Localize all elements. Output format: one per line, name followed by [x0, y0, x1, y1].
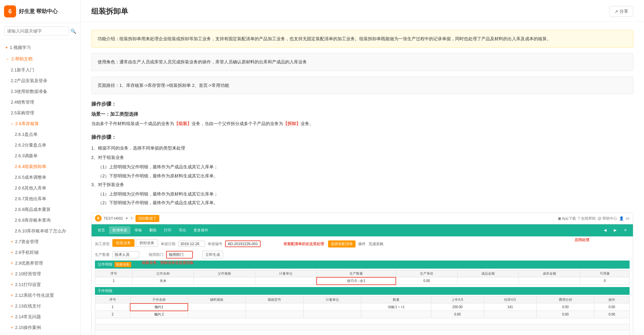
sidebar-item-2.6.8[interactable]: 2.6.8商品成本重算 [0, 204, 80, 215]
page-header: 组装拆卸单 ↗ 分享 [80, 0, 644, 22]
mock-user-icon: 👤 [619, 216, 624, 221]
sidebar-sub-label: 2.9优惠券管理 [15, 260, 43, 266]
mock-qty-label: 生产数量 [95, 252, 110, 257]
mock-apps-label: ▣ App下载 [558, 216, 576, 221]
mock-nav-print[interactable]: 打印 [161, 226, 175, 234]
mock-btn-new[interactable]: 找到数据了 [136, 215, 159, 222]
mock-order-label: 单据编号 [208, 241, 222, 246]
sidebar-item-2.8[interactable]: + 2.8手机旺铺 [0, 247, 80, 258]
sidebar-item-2.14[interactable]: + 2.14常见问题 [0, 312, 80, 322]
sidebar-item-2.6.6[interactable]: 2.6.6其他入库单 [0, 183, 80, 193]
mock-th-qty: 生产数量 [317, 270, 396, 277]
sidebar-item-2.9[interactable]: + 2.9优惠券管理 [0, 258, 80, 269]
sidebar-item-2.6.3[interactable]: 2.6.3调拨单 [0, 151, 80, 161]
sidebar-sub-label: 2.6.10库存账本错了怎么办 [15, 228, 66, 234]
sidebar-sub-label: 2.3使用前数据准备 [11, 89, 47, 95]
logo-text: 好生意 帮助中心 [19, 8, 58, 15]
mock-btd-stock: 141 [484, 303, 536, 311]
sidebar-item-2.3[interactable]: 2.3使用前数据准备 [0, 86, 80, 97]
mock-nav-new[interactable]: 新增单据 [109, 226, 130, 234]
sidebar-sub-label: 2.1新手入门 [11, 67, 34, 73]
mock-nav-delete[interactable]: 删除 [146, 226, 160, 234]
mock-td-cost-amt [519, 277, 580, 285]
mock-table-bottom: 序号 子件名称 辅料规格 规格型号 计量单位 数量 上年4月 结库4月 费用分担 [95, 296, 630, 335]
mock-nav-prev[interactable]: ◀ [600, 227, 610, 234]
sidebar-item-2.12[interactable]: + 2.12系统个性化设置 [0, 290, 80, 301]
mock-nav-more[interactable]: 更多操作 [190, 226, 212, 234]
search-button[interactable]: 🔍 [70, 29, 76, 34]
sidebar-item-2.6.5[interactable]: 2.6.5成本调整单 [0, 172, 80, 183]
mock-th-cost-amt: 成本金额 [519, 270, 580, 277]
mock-btd-cost-share2: 0.00 [537, 311, 594, 318]
sidebar-item-2.6[interactable]: − 2.6库存核算 [0, 118, 80, 129]
mock-app-id: TEST-H002 [104, 216, 123, 220]
feature-intro-text: 功能介绍：组装拆卸单用来处理企业组装或拆卸等加工业务，支持有固定装配清单的产品加… [98, 36, 551, 41]
sidebar-item-2.11[interactable]: + 2.11打印设置 [0, 279, 80, 290]
sidebar-sub-label: 2.6库存核算 [15, 121, 39, 127]
mock-btd-ops: 0.00 [594, 303, 630, 311]
sidebar-sub-label: 2.13在线支付 [15, 303, 41, 309]
sidebar-item-2.15[interactable]: + 2.15操作案例 [0, 322, 80, 333]
share-icon: ↗ [614, 9, 618, 14]
mock-btd-unit2 [304, 311, 361, 318]
path-intro-block: 页面路径：1、库存核算->库存管理->组装拆卸单 2、首页->常用功能 [91, 76, 633, 94]
mock-save-btn[interactable]: 立即生成 [202, 251, 223, 259]
sidebar-sub-label: 2.6.7其他出库单 [15, 196, 46, 202]
mock-nav-approve[interactable]: 审核 [131, 226, 145, 234]
mock-th-parent-name: 父件名称 [132, 270, 194, 277]
sidebar-item-2.4[interactable]: 2.4销售管理 [0, 97, 80, 108]
sidebar-item-video[interactable]: + 1.视频学习 [0, 42, 80, 53]
sidebar-item-docs[interactable]: − 2.帮助文档 [0, 53, 80, 65]
collapse-icon: − [5, 57, 9, 61]
expand-icon: + [11, 325, 13, 330]
sidebar-sub-label: 2.2产品安装及登录 [11, 78, 47, 84]
mock-nav-next[interactable]: ▶ [610, 227, 620, 234]
mock-nav-export[interactable]: 导出 [175, 226, 190, 234]
sidebar-item-label: 1.视频学习 [10, 45, 31, 51]
mock-th-seq: 序号 [95, 270, 132, 277]
search-input[interactable] [4, 26, 69, 36]
mock-nav-home[interactable]: 首页 [94, 226, 108, 234]
sidebar-item-2.1[interactable]: 2.1新手入门 [0, 65, 80, 75]
mock-nav-close[interactable]: ✕ [621, 227, 630, 234]
mock-empty-row2 [95, 324, 630, 330]
sidebar-item-2.10[interactable]: + 2.10经营管理 [0, 269, 80, 279]
mock-bth-spec: 辅料规格 [188, 296, 246, 303]
sidebar-sub-label: 2.6.5成本调整单 [15, 174, 46, 180]
sidebar-sub-label: 2.4销售管理 [11, 99, 34, 105]
mock-td-unit [255, 277, 317, 285]
mock-type-assemble[interactable]: 组装业务 [112, 239, 135, 247]
mock-form-row2: 生产数量 技术人员 领用部门 领用部门 立即生成 组装业务、拆卸业务在这里切换 … [95, 251, 630, 259]
mock-btd-model [246, 303, 303, 311]
mock-select-btn[interactable]: 选择装配清单 [328, 240, 356, 247]
expand-icon: + [11, 282, 13, 287]
mock-btd-cost-share: 0.00 [537, 303, 594, 311]
mock-qty-value: 技术人员 [112, 251, 139, 258]
table-row-empty [95, 318, 630, 324]
sidebar-sub-label: 2.6.4组装拆卸单 [15, 164, 46, 170]
sidebar-item-2.6.9[interactable]: 2.6.9库存账本查询 [0, 215, 80, 226]
mock-td-price: 0.00 [396, 277, 457, 285]
sidebar-sub-label: 2.12系统个性化设置 [15, 292, 54, 298]
sidebar-item-2.6.7[interactable]: 2.6.7其他出库单 [0, 193, 80, 204]
sidebar-item-2.2[interactable]: 2.2产品安装及登录 [0, 75, 80, 86]
sidebar-item-2.7[interactable]: + 2.7资金管理 [0, 236, 80, 247]
role-intro-block: 使用角色：通常由生产人员或库管人员完成拆装业务的操作，库管人员确认原材料的出库和… [91, 53, 633, 71]
sidebar-sub-label: 2.10经营管理 [15, 271, 41, 277]
sidebar-item-2.6.2[interactable]: 2.6.2分量盘点单 [0, 140, 80, 151]
mock-help-label: ? 在线帮助 [578, 216, 596, 221]
screenshot-overlay: 加工类型 组装业务 拆卸业务 单据日期 2019-12-26 单据编号 AD-2… [92, 236, 633, 335]
mock-ann2-text: 组装业务、拆卸业务在这里切换 [142, 260, 194, 265]
expand-icon: + [11, 272, 13, 276]
mock-btd-spec2 [188, 311, 246, 318]
sidebar-item-2.6.10[interactable]: 2.6.10库存账本错了怎么办 [0, 226, 80, 236]
mock-support-label: @ 帮助中心 [598, 216, 617, 221]
sidebar-item-2.6.1[interactable]: 2.6.1盘点单 [0, 129, 80, 140]
sidebar-item-2.6.4[interactable]: 2.6.4组装拆卸单 [0, 161, 80, 172]
role-intro-text: 使用角色：通常由生产人员或库管人员完成拆装业务的操作，库管人员确认原材料的出库和… [98, 59, 307, 64]
share-button[interactable]: ↗ 分享 [609, 6, 633, 17]
sidebar-item-2.13[interactable]: + 2.13在线支付 [0, 301, 80, 312]
sidebar-item-2.5[interactable]: 2.5采购管理 [0, 108, 80, 118]
main-content: 组装拆卸单 ↗ 分享 功能介绍：组装拆卸单用来处理企业组装或拆卸等加工业务，支持… [80, 0, 644, 335]
mock-type-disassemble[interactable]: 拆卸业务 [136, 239, 158, 247]
